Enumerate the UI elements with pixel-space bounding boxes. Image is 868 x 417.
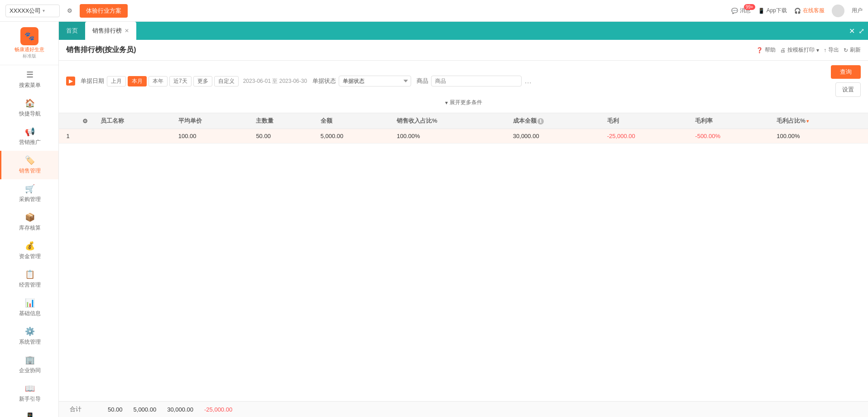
sidebar-item-quick-nav[interactable]: 🏠 快捷导航 [0,94,58,122]
search-icon: ☰ [26,70,34,80]
logo-sub: 标准版 [23,53,36,59]
company-selector[interactable]: XXXXX公司 ▾ [5,5,60,17]
tab-bar-right: ✕ ⤢ [849,27,868,35]
filter-date-item: 单据日期 上月 本月 本年 近7天 更多 自定义 2023-06-01 至 20… [81,76,307,86]
inventory-icon: 📦 [25,212,35,222]
cell-employee [95,129,173,144]
refresh-button[interactable]: ↻ 刷新 [844,46,861,54]
more-filter-btn[interactable]: … [524,77,532,85]
sidebar-item-marketing[interactable]: 📢 营销推广 [0,122,58,151]
sidebar-item-sales[interactable]: 🏷️ 销售管理 [0,151,58,179]
finance-icon: 💰 [25,241,35,251]
col-settings[interactable]: ⚙ [77,113,95,129]
filter-goods-item: 商品 … [417,76,532,86]
enterprise-icon: 🏢 [25,355,35,365]
sidebar: 🐾 畅康通好生意 标准版 ☰ 搜索菜单 🏠 快捷导航 📢 营销推广 🏷️ 销售管… [0,22,59,417]
col-gross-rate: 毛利率 [690,113,771,129]
top-bar-right: 💬 消息 99+ 📱 App下载 🎧 在线客服 用户 [731,5,863,17]
filter-row: ▶ 单据日期 上月 本月 本年 近7天 更多 自定义 [66,65,861,97]
date-shortcuts: 上月 本月 本年 近7天 更多 自定义 [107,76,239,86]
export-button[interactable]: ↑ 导出 [824,46,839,54]
avatar[interactable] [832,5,844,17]
date-custom[interactable]: 自定义 [214,76,239,86]
user-name[interactable]: 用户 [852,7,863,14]
footer-label: 合计 [64,405,91,413]
online-service-button[interactable]: 🎧 在线客服 [794,7,825,14]
print-button[interactable]: 🖨 按模板打印 ▾ [780,46,819,54]
sidebar-item-app-center[interactable]: 📱 应用中心 [0,407,58,417]
base-icon: 📊 [25,298,35,308]
tab-close-all-icon[interactable]: ✕ [849,27,855,35]
settings-icon[interactable]: ⚙ [63,5,76,17]
date-7days[interactable]: 近7天 [169,76,192,86]
sidebar-label-base: 基础信息 [19,310,41,317]
refresh-label: 刷新 [850,46,861,54]
sidebar-item-enterprise[interactable]: 🏢 企业协同 [0,350,58,379]
footer-gross: -25,000.00 [199,406,238,413]
col-rank [59,113,77,129]
sidebar-item-inventory[interactable]: 📦 库存核算 [0,208,58,236]
tab-home[interactable]: 首页 [59,22,85,40]
goods-filter-label: 商品 [417,77,428,85]
refresh-icon: ↻ [844,47,848,53]
headset-icon: 🎧 [794,8,801,14]
filter-expand-btn[interactable]: ▶ [66,77,75,86]
date-more[interactable]: 更多 [193,76,212,86]
sidebar-item-finance[interactable]: 💰 资金管理 [0,236,58,265]
cell-amount: 5,000.00 [315,129,392,144]
date-prev-month[interactable]: 上月 [107,76,126,86]
data-table: ⚙ 员工名称 平均单价 主数量 全额 销售收入占比% 成本全额ℹ 毛利 毛利率 [59,113,868,144]
system-icon: ⚙️ [25,326,35,336]
sidebar-label-marketing: 营销推广 [19,139,41,146]
sidebar-label-guide: 新手引导 [19,395,41,403]
col-quantity: 主数量 [250,113,315,129]
goods-input[interactable] [431,76,522,86]
cell-rank: 1 [59,129,77,144]
help-button[interactable]: ❓ 帮助 [756,46,776,54]
sidebar-item-search[interactable]: ☰ 搜索菜单 [0,65,58,94]
sidebar-item-guide[interactable]: 📖 新手引导 [0,379,58,407]
tab-close-icon[interactable]: ✕ [125,28,129,34]
expand-label: 展开更多条件 [450,99,482,106]
tab-expand-icon[interactable]: ⤢ [858,27,864,35]
filter-status-item: 单据状态 单据状态 [312,76,411,86]
table-area: ⚙ 员工名称 平均单价 主数量 全额 销售收入占比% 成本全额ℹ 毛利 毛利率 [59,113,868,401]
sidebar-item-purchase[interactable]: 🛒 采购管理 [0,179,58,208]
table-row: 1 100.00 50.00 5,000.00 100.00% 30,000.0… [59,129,868,144]
sidebar-label-quick-nav: 快捷导航 [19,110,41,118]
help-icon: ❓ [756,47,763,53]
date-cur-month[interactable]: 本月 [128,76,147,86]
marketing-icon: 📢 [25,127,35,137]
sidebar-item-base[interactable]: 📊 基础信息 [0,293,58,322]
status-select[interactable]: 单据状态 [339,76,411,86]
footer-amount: 5,000.00 [128,406,162,413]
sidebar-item-operation[interactable]: 📋 经营管理 [0,265,58,293]
message-button[interactable]: 💬 消息 99+ [731,7,751,14]
home-icon: 🏠 [25,98,35,108]
col-employee: 员工名称 [95,113,173,129]
date-cur-year[interactable]: 本年 [149,76,168,86]
cell-gross: -25,000.00 [602,129,690,144]
cost-info-icon[interactable]: ℹ [537,118,544,125]
col-gross-ratio: 毛利占比%▾ [771,113,868,129]
footer-row: 合计 50.00 5,000.00 30,000.00 -25,000.00 [64,405,863,413]
sidebar-item-system[interactable]: ⚙️ 系统管理 [0,322,58,350]
expand-more-btn[interactable]: ▾ 展开更多条件 [445,99,482,106]
filter-area: ▶ 单据日期 上月 本月 本年 近7天 更多 自定义 [59,61,868,113]
col-gross: 毛利 [602,113,690,129]
query-button[interactable]: 查询 [831,65,861,79]
help-label: 帮助 [765,46,776,54]
expand-row: ▾ 展开更多条件 [66,97,861,108]
set-button[interactable]: 设置 [835,82,861,97]
cell-gross-ratio: 100.00% [771,129,868,144]
logo-icon: 🐾 [20,27,38,45]
col-settings-icon[interactable]: ⚙ [82,118,88,125]
export-icon: ↑ [824,47,826,53]
footer-quantity-val: 50.00 [102,406,128,413]
trial-button[interactable]: 体验行业方案 [80,4,128,18]
chevron-down-icon: ▾ [43,8,45,13]
top-bar: XXXXX公司 ▾ ⚙ 体验行业方案 💬 消息 99+ 📱 App下载 🎧 在线… [0,0,868,22]
app-download-button[interactable]: 📱 App下载 [758,7,787,14]
tab-sales-rank[interactable]: 销售排行榜 ✕ [85,22,136,40]
sidebar-label-finance: 资金管理 [19,253,41,260]
